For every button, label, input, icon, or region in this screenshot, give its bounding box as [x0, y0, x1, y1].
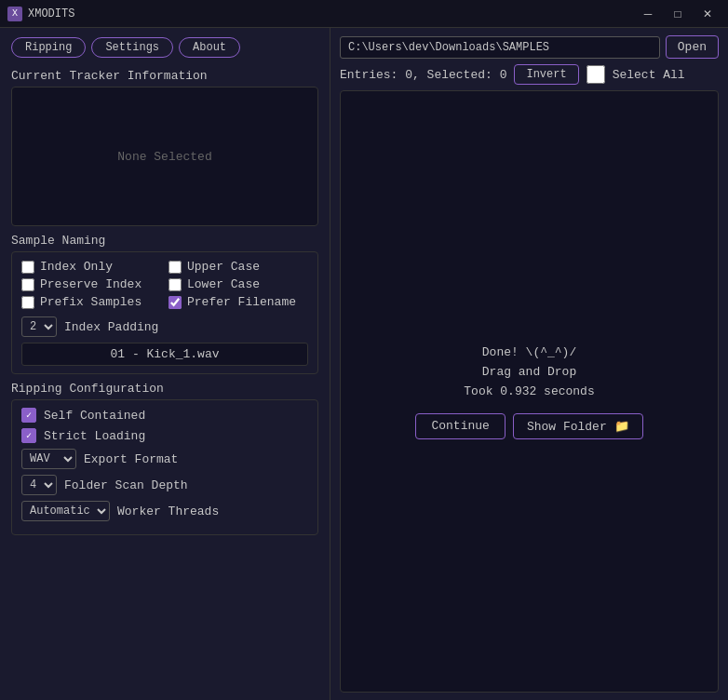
- title-bar-left: X XMODITS: [7, 7, 74, 21]
- self-contained-row: ✓ Self Contained: [21, 408, 308, 423]
- app-icon: X: [7, 7, 22, 21]
- sample-naming-section: Sample Naming Index Only Upper Case Pres…: [11, 234, 318, 374]
- path-row: Open: [340, 35, 719, 59]
- prefer-filename-checkbox[interactable]: [169, 296, 182, 309]
- file-list-actions: Continue Show Folder 📁: [415, 413, 642, 439]
- worker-threads-row: Automatic 1248 Worker Threads: [21, 501, 308, 521]
- maximize-button[interactable]: □: [665, 5, 691, 23]
- index-only-checkbox[interactable]: [21, 261, 34, 274]
- index-padding-select[interactable]: 2 3 4: [21, 316, 57, 337]
- path-input[interactable]: [340, 36, 660, 59]
- index-only-option[interactable]: Index Only: [21, 260, 161, 274]
- left-panel: Ripping Settings About Current Tracker I…: [0, 28, 330, 700]
- sample-naming-label: Sample Naming: [11, 234, 318, 248]
- close-button[interactable]: ✕: [694, 5, 721, 23]
- window-controls: ─ □ ✕: [635, 5, 721, 23]
- strict-loading-row: ✓ Strict Loading: [21, 428, 308, 443]
- index-padding-label: Index Padding: [64, 320, 158, 334]
- tab-about[interactable]: About: [179, 37, 240, 58]
- title-bar: X XMODITS ─ □ ✕: [0, 0, 728, 28]
- naming-options: Index Only Upper Case Preserve Index Low…: [11, 251, 318, 374]
- done-message: Done! \(^_^)/Drag and DropTook 0.932 sec…: [464, 343, 594, 401]
- filename-preview: 01 - Kick_1.wav: [21, 343, 308, 366]
- folder-scan-depth-label: Folder Scan Depth: [64, 478, 188, 492]
- select-all-label: Select All: [613, 68, 685, 82]
- worker-threads-select[interactable]: Automatic 1248: [21, 501, 110, 521]
- prefix-samples-option[interactable]: Prefix Samples: [21, 295, 161, 309]
- lower-case-label: Lower Case: [187, 277, 260, 291]
- upper-case-label: Upper Case: [187, 260, 260, 274]
- naming-checkboxes: Index Only Upper Case Preserve Index Low…: [21, 260, 308, 309]
- config-options: ✓ Self Contained ✓ Strict Loading WAV FL…: [11, 399, 318, 535]
- worker-threads-label: Worker Threads: [117, 505, 219, 518]
- prefix-samples-label: Prefix Samples: [40, 295, 142, 309]
- preserve-index-option[interactable]: Preserve Index: [21, 277, 161, 291]
- invert-button[interactable]: Invert: [514, 64, 578, 85]
- nav-tabs: Ripping Settings About: [11, 37, 318, 58]
- show-folder-button[interactable]: Show Folder 📁: [513, 413, 643, 439]
- tab-ripping[interactable]: Ripping: [11, 37, 86, 58]
- prefer-filename-label: Prefer Filename: [187, 295, 296, 309]
- upper-case-option[interactable]: Upper Case: [169, 260, 308, 274]
- right-panel: Open Entries: 0, Selected: 0 Invert Sele…: [330, 28, 728, 700]
- strict-loading-label: Strict Loading: [44, 429, 145, 443]
- app-title: XMODITS: [28, 7, 74, 20]
- folder-scan-depth-select[interactable]: 12345: [21, 475, 57, 495]
- ripping-config-label: Ripping Configuration: [11, 382, 318, 396]
- export-format-label: Export Format: [84, 452, 178, 466]
- lower-case-option[interactable]: Lower Case: [169, 277, 308, 291]
- export-format-select[interactable]: WAV FLAC OGG: [21, 449, 76, 469]
- entries-row: Entries: 0, Selected: 0 Invert Select Al…: [340, 64, 719, 85]
- folder-scan-depth-row: 12345 Folder Scan Depth: [21, 475, 308, 495]
- lower-case-checkbox[interactable]: [169, 278, 182, 291]
- upper-case-checkbox[interactable]: [169, 261, 182, 274]
- tracker-info-placeholder: None Selected: [117, 150, 211, 164]
- continue-button[interactable]: Continue: [415, 413, 505, 439]
- minimize-button[interactable]: ─: [635, 5, 661, 23]
- prefer-filename-option[interactable]: Prefer Filename: [169, 295, 308, 309]
- prefix-samples-checkbox[interactable]: [21, 296, 34, 309]
- entries-text: Entries: 0, Selected: 0: [340, 68, 506, 82]
- open-button[interactable]: Open: [666, 35, 719, 59]
- tracker-info-box: None Selected: [11, 87, 318, 226]
- tracker-info-label: Current Tracker Information: [11, 69, 318, 83]
- main-container: Ripping Settings About Current Tracker I…: [0, 28, 728, 700]
- preserve-index-label: Preserve Index: [40, 277, 142, 291]
- export-format-row: WAV FLAC OGG Export Format: [21, 449, 308, 469]
- ripping-config-section: Ripping Configuration ✓ Self Contained ✓…: [11, 382, 318, 535]
- self-contained-checkbox[interactable]: ✓: [21, 408, 36, 423]
- tracker-info-section: Current Tracker Information None Selecte…: [11, 69, 318, 226]
- strict-loading-checkbox[interactable]: ✓: [21, 428, 36, 443]
- index-only-label: Index Only: [40, 260, 113, 274]
- file-list-area: Done! \(^_^)/Drag and DropTook 0.932 sec…: [340, 90, 719, 693]
- index-padding-row: 2 3 4 Index Padding: [21, 316, 308, 337]
- self-contained-label: Self Contained: [44, 409, 145, 423]
- tab-settings[interactable]: Settings: [91, 37, 173, 58]
- preserve-index-checkbox[interactable]: [21, 278, 34, 291]
- select-all-checkbox[interactable]: [586, 65, 605, 84]
